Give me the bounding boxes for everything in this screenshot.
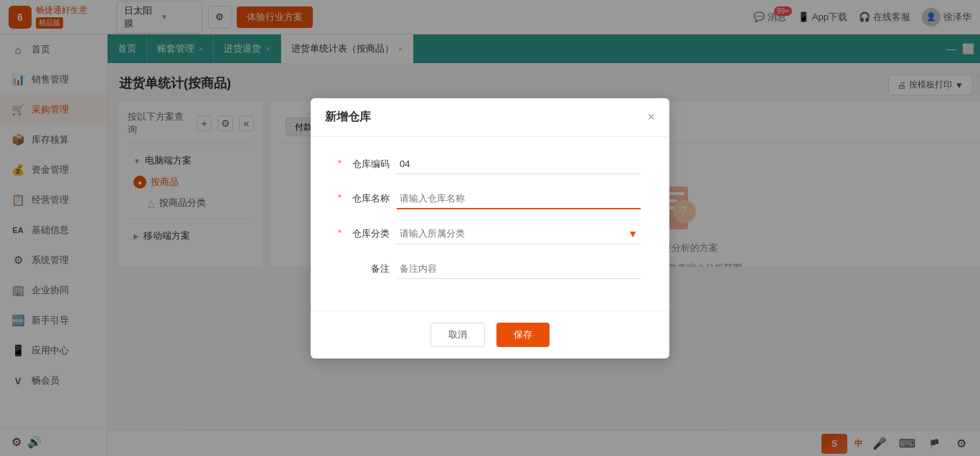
form-row-category: 仓库分类 ▼ [339,224,641,244]
modal-overlay[interactable]: 新增仓库 × 仓库编码 仓库名称 仓库分类 [0,0,980,267]
modal-close-button[interactable]: × [647,110,655,125]
modal-title: 新增仓库 [325,110,371,125]
warehouse-category-input[interactable] [400,228,628,239]
form-row-code: 仓库编码 [339,154,641,174]
warehouse-code-input[interactable] [397,154,641,174]
warehouse-category-label: 仓库分类 [339,227,397,240]
warehouse-category-select-row[interactable]: ▼ [397,224,641,244]
remark-input[interactable] [397,259,641,267]
form-row-name: 仓库名称 [339,189,641,209]
new-warehouse-modal: 新增仓库 × 仓库编码 仓库名称 仓库分类 [311,98,669,267]
warehouse-code-label: 仓库编码 [339,158,397,171]
warehouse-name-label: 仓库名称 [339,192,397,205]
form-row-remark: 备注 [339,259,641,267]
modal-header: 新增仓库 × [311,98,669,137]
modal-body: 仓库编码 仓库名称 仓库分类 ▼ [311,137,669,267]
warehouse-name-input[interactable] [397,189,641,209]
remark-label: 备注 [339,262,397,267]
category-dropdown-arrow: ▼ [628,228,638,239]
